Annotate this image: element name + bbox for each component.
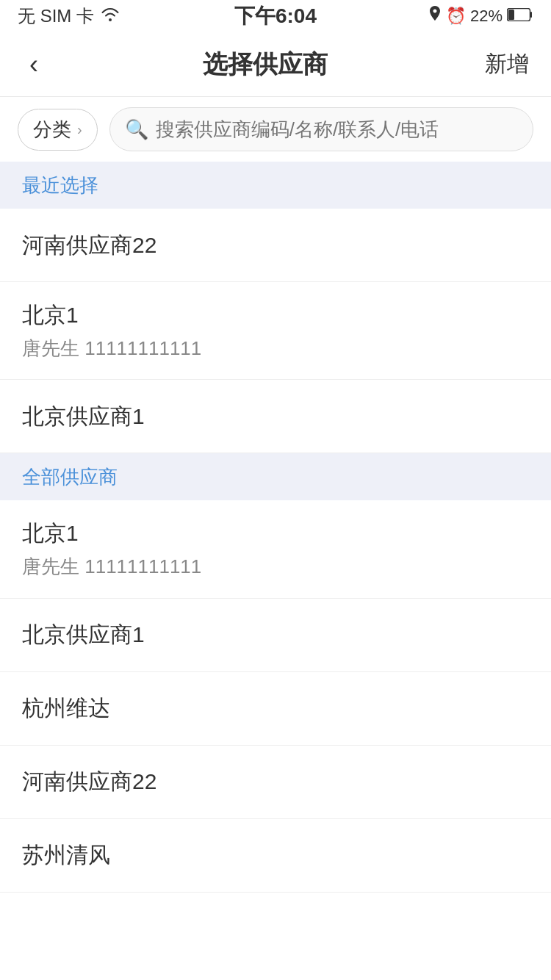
back-button[interactable]: ‹ [22, 42, 46, 87]
list-item[interactable]: 杭州维达 [0, 672, 551, 746]
search-box[interactable]: 🔍 [109, 107, 533, 151]
recent-list: 河南供应商22北京1唐先生 11111111111北京供应商1 [0, 209, 551, 453]
list-item[interactable]: 河南供应商22 [0, 209, 551, 282]
carrier-label: 无 SIM 卡 [18, 4, 94, 28]
filter-bar: 分类 › 🔍 [0, 97, 551, 162]
recent-section-header: 最近选择 [0, 162, 551, 209]
wifi-icon [100, 6, 120, 26]
nav-bar: ‹ 选择供应商 新增 [0, 32, 551, 97]
list-item[interactable]: 北京1唐先生 11111111111 [0, 500, 551, 598]
all-list: 北京1唐先生 11111111111北京供应商1杭州维达河南供应商22苏州清风 [0, 500, 551, 892]
item-name: 北京1 [22, 300, 529, 331]
list-item[interactable]: 河南供应商22 [0, 746, 551, 819]
item-sub: 唐先生 11111111111 [22, 335, 529, 361]
item-name: 北京1 [22, 518, 529, 549]
chevron-right-icon: › [77, 121, 82, 138]
category-label: 分类 [33, 117, 71, 143]
status-bar: 无 SIM 卡 下午6:04 ⏰ 22% [0, 0, 551, 32]
item-name: 北京供应商1 [22, 401, 529, 432]
all-section-label: 全部供应商 [22, 464, 118, 490]
search-input[interactable] [156, 118, 518, 141]
svg-rect-1 [508, 10, 514, 20]
item-name: 杭州维达 [22, 693, 529, 724]
location-icon [428, 6, 442, 26]
category-button[interactable]: 分类 › [18, 109, 98, 151]
item-sub: 唐先生 11111111111 [22, 553, 529, 580]
status-right: ⏰ 22% [428, 6, 533, 26]
item-name: 河南供应商22 [22, 230, 529, 261]
list-item[interactable]: 北京供应商1 [0, 599, 551, 672]
new-action-button[interactable]: 新增 [485, 49, 529, 79]
status-time: 下午6:04 [234, 2, 317, 30]
recent-section-label: 最近选择 [22, 173, 98, 198]
item-name: 河南供应商22 [22, 766, 529, 797]
item-name: 北京供应商1 [22, 619, 529, 650]
status-left: 无 SIM 卡 [18, 4, 120, 28]
list-item[interactable]: 苏州清风 [0, 819, 551, 893]
list-item[interactable]: 北京供应商1 [0, 380, 551, 453]
page-title: 选择供应商 [203, 48, 328, 82]
alarm-icon: ⏰ [446, 7, 466, 26]
battery-label: 22% [470, 7, 503, 26]
all-section-header: 全部供应商 [0, 453, 551, 500]
search-icon: 🔍 [125, 118, 148, 141]
list-item[interactable]: 北京1唐先生 11111111111 [0, 282, 551, 380]
battery-icon [507, 7, 533, 26]
item-name: 苏州清风 [22, 840, 529, 871]
